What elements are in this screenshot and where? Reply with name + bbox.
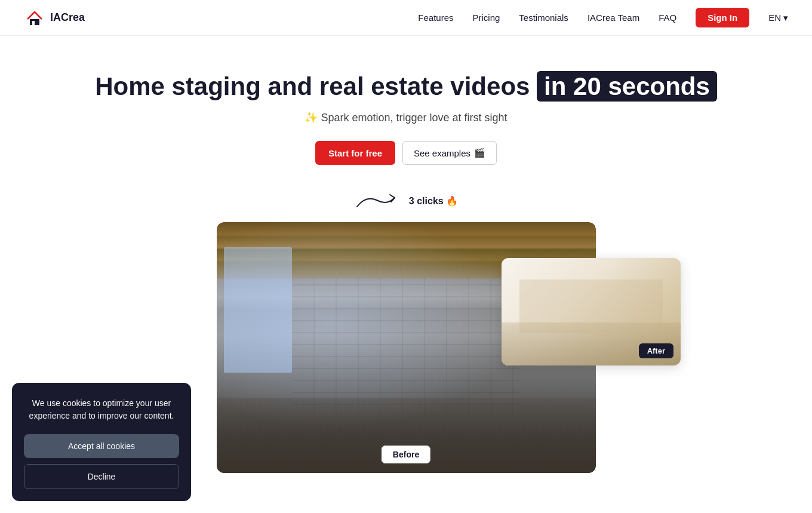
before-label: Before bbox=[382, 446, 430, 463]
clicks-annotation: 3 clicks 🔥 bbox=[12, 189, 800, 213]
signin-button[interactable]: Sign In bbox=[696, 8, 749, 27]
svg-rect-2 bbox=[32, 21, 35, 25]
after-image-container: After bbox=[502, 258, 681, 365]
hero-title-start: Home staging and real estate videos bbox=[95, 72, 530, 100]
clicks-label: 3 clicks 🔥 bbox=[409, 195, 458, 207]
hero-title: Home staging and real estate videos in 2… bbox=[12, 72, 800, 102]
nav-pricing[interactable]: Pricing bbox=[472, 13, 500, 23]
nav-faq[interactable]: FAQ bbox=[659, 13, 676, 23]
language-selector[interactable]: EN ▾ bbox=[768, 13, 788, 23]
video-icon: 🎬 bbox=[474, 148, 485, 158]
svg-rect-0 bbox=[24, 7, 45, 29]
after-label: After bbox=[639, 343, 673, 358]
hero-title-highlight: in 20 seconds bbox=[537, 71, 717, 102]
accept-cookies-button[interactable]: Accept all cookies bbox=[24, 434, 179, 458]
logo[interactable]: IACrea bbox=[24, 7, 85, 29]
navbar: IACrea Features Pricing Testimonials IAC… bbox=[0, 0, 812, 36]
hero-subtitle: ✨ Spark emotion, trigger love at first s… bbox=[12, 111, 800, 124]
see-examples-button[interactable]: See examples 🎬 bbox=[402, 141, 497, 165]
chevron-down-icon: ▾ bbox=[783, 13, 788, 23]
nav-testimonials[interactable]: Testimonials bbox=[519, 13, 568, 23]
hero-cta-buttons: Start for free See examples 🎬 bbox=[12, 141, 800, 165]
logo-icon bbox=[24, 7, 45, 29]
nav-team[interactable]: IACrea Team bbox=[588, 13, 639, 23]
cookie-banner: We use cookies to optimize your user exp… bbox=[12, 383, 191, 501]
cookie-message: We use cookies to optimize your user exp… bbox=[24, 397, 179, 422]
nav-features[interactable]: Features bbox=[418, 13, 453, 23]
logo-text: IACrea bbox=[50, 11, 85, 24]
nav-links: Features Pricing Testimonials IACrea Tea… bbox=[418, 8, 788, 27]
start-free-button[interactable]: Start for free bbox=[315, 141, 395, 165]
arrow-icon bbox=[354, 189, 402, 213]
decline-cookies-button[interactable]: Decline bbox=[24, 464, 179, 489]
